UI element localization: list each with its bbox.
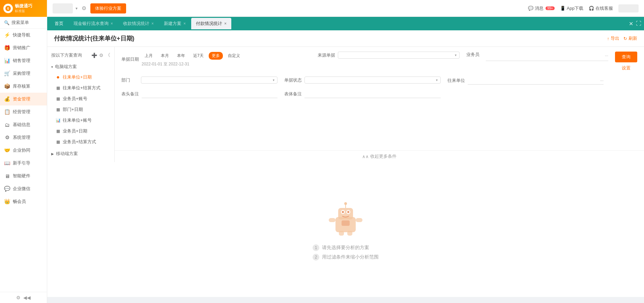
date-option-last-month[interactable]: 上月: [142, 52, 156, 60]
filter-row-1: 单据日期 上月 本月 本年 近7天 更多 自定义 20: [121, 52, 637, 71]
mobile-chevron-icon: ▶: [51, 152, 54, 156]
topbar-arrow-icon[interactable]: ▾: [76, 6, 78, 11]
scheme-unit-date-label: 往来单位+日期: [63, 74, 92, 80]
sidebar-item-purchase[interactable]: 🛒 采购管理: [0, 67, 47, 80]
refresh-icon: ↻: [623, 36, 627, 41]
page-header: 付款情况统计(往来单位+日期) ↑ 导出 ↻ 刷新: [47, 30, 644, 47]
shortcuts-label: 快捷导航: [13, 32, 30, 38]
related-unit-input[interactable]: [468, 77, 600, 84]
edit-scheme-btn[interactable]: ⚙: [99, 52, 104, 58]
date-option-custom[interactable]: 自定义: [225, 52, 243, 60]
scheme-item-unit-date[interactable]: ● 往来单位+日期: [47, 72, 114, 83]
table-body-note-input[interactable]: [304, 90, 440, 98]
message-action[interactable]: 💬 消息 99+: [528, 5, 555, 11]
brand-edition: 标准版: [15, 9, 32, 13]
sidebar-item-cooperation[interactable]: 🤝 企业协同: [0, 144, 47, 157]
sales-icon: 📊: [4, 58, 10, 64]
guide-icon: 📖: [4, 160, 10, 166]
mobile-group-label: 移动端方案: [56, 151, 78, 157]
tab-receipt-stats[interactable]: 收款情况统计 ×: [118, 18, 158, 29]
app-download-action[interactable]: 📱 App下载: [560, 5, 583, 11]
scheme-item-staff-date[interactable]: ▦ 业务员+日期: [47, 126, 114, 137]
related-unit-dots[interactable]: ···: [600, 78, 604, 83]
export-btn[interactable]: ↑ 导出: [607, 35, 620, 41]
sidebar-item-member[interactable]: 👑 畅会员: [0, 195, 47, 208]
scheme-item-staff-settle[interactable]: ▦ 业务员+结算方式: [47, 137, 114, 147]
query-btn[interactable]: 查询: [615, 52, 637, 62]
source-select[interactable]: ▾: [338, 52, 460, 59]
topbar-gear-icon[interactable]: ⚙: [82, 5, 86, 11]
add-scheme-btn[interactable]: ➕: [91, 52, 97, 58]
sidebar-item-shortcuts[interactable]: ⚡ 快捷导航: [0, 29, 47, 41]
collapse-bar[interactable]: ∧∧ 收起更多条件: [115, 150, 644, 162]
desktop-group-header[interactable]: ▾ 电脑端方案: [47, 62, 114, 72]
tab-expand-btn[interactable]: ⛶: [636, 21, 641, 27]
sidebar-item-inventory[interactable]: 📦 库存核算: [0, 80, 47, 93]
sidebar-item-wechat[interactable]: 💬 企业微信: [0, 182, 47, 195]
table-header-note-field: 表头备注: [121, 90, 277, 98]
scheme-item-dept-date[interactable]: ▦ 部门+日期: [47, 104, 114, 115]
sidebar-item-finance[interactable]: 💰 资金管理: [0, 93, 47, 105]
svg-rect-13: [347, 231, 352, 236]
trial-btn[interactable]: 体验行业方案: [90, 3, 126, 13]
date-option-7days[interactable]: 近7天: [190, 52, 207, 60]
online-service-action[interactable]: 🎧 在线客服: [589, 5, 613, 11]
sidebar-header: 6 畅捷通巧 标准版: [0, 0, 47, 17]
inventory-label: 库存核算: [13, 83, 30, 89]
sidebar-footer: ⚙ ◀◀: [0, 292, 47, 303]
mobile-group-header[interactable]: ▶ 移动端方案: [47, 149, 114, 159]
tab-payment-stats[interactable]: 付款情况统计 ×: [191, 18, 231, 29]
tab-new-scheme-close[interactable]: ×: [183, 21, 186, 26]
tab-home[interactable]: 首页: [50, 18, 68, 29]
sidebar-collapse-btn[interactable]: ◀◀: [23, 295, 31, 300]
basic-icon: 🗂: [4, 122, 10, 128]
scheme-item-unit-settle[interactable]: ▦ 往来单位+结算方式: [47, 83, 114, 93]
dept-select[interactable]: ▾: [141, 77, 277, 84]
tab-bank-flow[interactable]: 现金银行流水查询 ×: [69, 18, 118, 29]
svg-point-9: [344, 202, 347, 205]
tip-text-1: 请先选择要分析的方案: [322, 245, 369, 251]
sidebar-item-sales[interactable]: 📊 销售管理: [0, 54, 47, 67]
sidebar-item-system[interactable]: ⚙ 系统管理: [0, 131, 47, 144]
scheme-panel-header: 按以下方案查询 ➕ ⚙ 《: [47, 50, 114, 60]
scheme-panel: 按以下方案查询 ➕ ⚙ 《 ▾ 电脑端方案 ● 往来单位+日期: [47, 47, 115, 162]
source-arrow-icon: ▾: [455, 53, 457, 57]
settings-link[interactable]: 设置: [615, 65, 637, 71]
guide-label: 新手引导: [13, 160, 30, 166]
tab-receipt-close[interactable]: ×: [151, 21, 154, 26]
tab-payment-close[interactable]: ×: [224, 21, 227, 26]
refresh-btn[interactable]: ↻ 刷新: [623, 35, 637, 41]
table-header-note-label: 表头备注: [121, 91, 139, 97]
tab-new-scheme[interactable]: 新建方案 ×: [159, 18, 191, 29]
robot-svg: [325, 199, 366, 239]
tab-bank-flow-close[interactable]: ×: [111, 21, 113, 26]
member-label: 畅会员: [13, 199, 26, 205]
sidebar-item-guide[interactable]: 📖 新手引导: [0, 157, 47, 170]
search-menu[interactable]: 🔍 搜索菜单: [0, 17, 47, 29]
sales-label: 销售管理: [13, 58, 30, 64]
table-header-note-input[interactable]: [142, 90, 277, 98]
sidebar-item-operations[interactable]: 📋 经营管理: [0, 105, 47, 118]
sidebar-settings-btn[interactable]: ⚙: [16, 295, 21, 300]
staff-input-group: ···: [486, 52, 608, 61]
scheme-dept-date-label: 部门+日期: [63, 107, 83, 113]
doc-status-select[interactable]: ▾: [304, 77, 440, 84]
sidebar-item-marketing[interactable]: 🎁 营销推广: [0, 41, 47, 54]
scheme-item-unit-account[interactable]: 📊 往来单位+账号: [47, 115, 114, 126]
scheme-item-staff-account[interactable]: ▦ 业务员+账号: [47, 93, 114, 104]
scheme-collapse-btn[interactable]: 《: [106, 52, 110, 58]
scheme-icon-6: ▦: [55, 139, 61, 145]
date-option-this-month[interactable]: 本月: [158, 52, 172, 60]
empty-state: 1 请先选择要分析的方案 2 用过滤条件来缩小分析范围: [47, 162, 644, 297]
related-unit-label: 往来单位: [447, 78, 465, 84]
date-option-more[interactable]: 更多: [209, 52, 223, 60]
tab-close-all-btn[interactable]: ✕: [629, 21, 633, 27]
empty-tip-1: 1 请先选择要分析的方案: [313, 244, 379, 251]
staff-input[interactable]: [486, 52, 605, 59]
staff-dots[interactable]: ···: [605, 53, 608, 58]
sidebar-item-basic[interactable]: 🗂 基础信息: [0, 118, 47, 131]
topbar: ▾ ⚙ 体验行业方案 💬 消息 99+ 📱 App下载 🎧 在线客服: [47, 0, 644, 17]
sidebar: 6 畅捷通巧 标准版 🔍 搜索菜单 ⚡ 快捷导航 🎁 营销推广 📊 销售管理 🛒…: [0, 0, 47, 303]
sidebar-item-hardware[interactable]: 🖥 智能硬件: [0, 170, 47, 182]
date-option-this-year[interactable]: 本年: [174, 52, 188, 60]
